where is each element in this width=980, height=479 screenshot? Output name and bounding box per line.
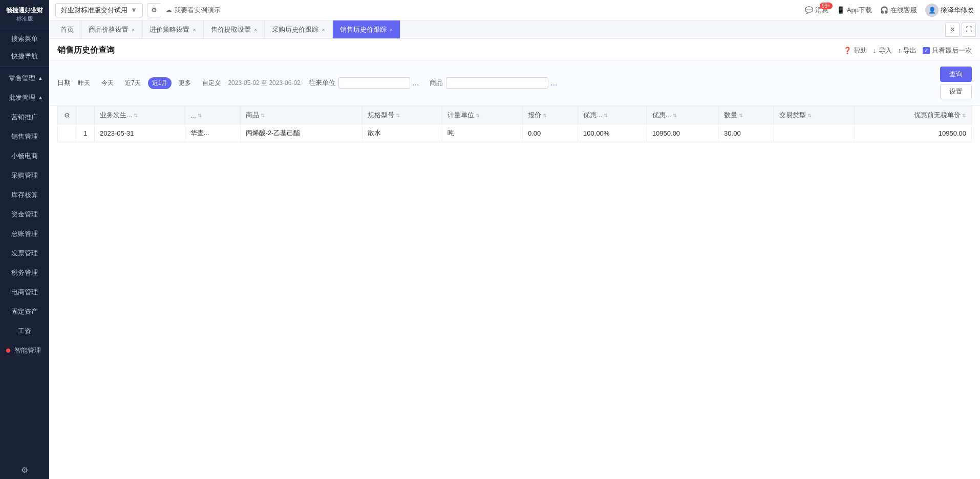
col-unit[interactable]: 计量单位 ⇅ <box>442 106 523 124</box>
tab-product-price-close-icon[interactable]: × <box>132 27 135 33</box>
col-biz-date-label: 业务发生... <box>100 111 132 120</box>
close-window-button[interactable]: ✕ <box>945 23 960 37</box>
date-today-btn[interactable]: 今天 <box>97 77 118 89</box>
chevron-down-icon: ▼ <box>131 6 137 14</box>
sidebar-item-finance-label: 资金管理 <box>6 210 43 219</box>
sidebar-item-invoice[interactable]: 发票管理 <box>0 244 49 263</box>
topbar-gear-button[interactable]: ⚙ <box>147 3 161 17</box>
row-product-cell: 丙烯酸-2-乙基己酯 <box>240 124 362 142</box>
col-discount-val[interactable]: 优惠... ⇅ <box>647 106 718 124</box>
source-input-wrap: … <box>338 77 421 89</box>
settings-gear-icon[interactable]: ⚙ <box>21 465 28 475</box>
retail-arrow-icon: ▲ <box>38 75 43 81</box>
sidebar-item-wholesale[interactable]: 批发管理 ▲ <box>0 88 49 107</box>
col-qty[interactable]: 数量 ⇅ <box>719 106 774 124</box>
col-product-label: 商品 <box>246 111 259 120</box>
sidebar-item-assets[interactable]: 固定资产 <box>0 302 49 321</box>
tab-home-label: 首页 <box>60 25 74 34</box>
source-picker-btn[interactable]: … <box>410 79 421 87</box>
settings-button[interactable]: 设置 <box>940 84 972 99</box>
only-last-checkbox[interactable]: ✓ 只看最后一次 <box>923 46 972 55</box>
sidebar-item-invoice-label: 发票管理 <box>6 249 43 258</box>
sidebar-item-finance[interactable]: 资金管理 <box>0 205 49 224</box>
import-button[interactable]: ↓ 导入 <box>873 46 892 55</box>
table-wrap: ⚙ 业务发生... ⇅ ... ⇅ <box>49 106 980 142</box>
product-input-wrap: … <box>446 77 560 89</box>
quick-nav-btn[interactable]: 快捷导航 <box>0 49 49 64</box>
row-biz-date-cell: 2023-05-31 <box>95 124 185 142</box>
help-icon: ❓ <box>843 47 851 54</box>
tab-purchase-strategy-close-icon[interactable]: × <box>193 27 196 33</box>
product-input[interactable] <box>446 77 548 89</box>
search-menu-btn[interactable]: 搜索菜单 <box>0 29 49 49</box>
col-pretax-price[interactable]: 优惠前无税单价 ⇅ <box>854 106 971 124</box>
source-input[interactable] <box>338 77 410 89</box>
headset-icon: 🎧 <box>880 6 888 14</box>
sidebar-item-retail[interactable]: 零售管理 ▲ <box>0 69 49 88</box>
tab-purchase-history[interactable]: 采购历史价跟踪 × <box>265 20 332 39</box>
col-price[interactable]: 报价 ⇅ <box>522 106 578 124</box>
sidebar-item-ai[interactable]: 智能管理 <box>0 341 49 360</box>
sidebar-logo: 畅捷通好业财 标准版 <box>0 0 49 29</box>
message-button[interactable]: 💬 消息 99+ <box>805 6 828 15</box>
date-custom-btn[interactable]: 自定义 <box>198 77 225 89</box>
col-unit-sort: 计量单位 ⇅ <box>448 111 480 120</box>
message-icon: 💬 <box>805 6 813 14</box>
date-yesterday-btn[interactable]: 昨天 <box>74 77 94 89</box>
sidebar-item-purchase[interactable]: 采购管理 <box>0 166 49 185</box>
row-unit-cell: 吨 <box>442 124 523 142</box>
table-header-row: ⚙ 业务发生... ⇅ ... ⇅ <box>58 106 972 124</box>
tab-home[interactable]: 首页 <box>53 20 81 39</box>
col-gear[interactable]: ⚙ <box>58 106 76 124</box>
col-product[interactable]: 商品 ⇅ <box>240 106 362 124</box>
col-product-sort: 商品 ⇅ <box>246 111 265 120</box>
query-button[interactable]: 查询 <box>940 67 972 82</box>
app-selector[interactable]: 好业财标准版交付试用 ▼ <box>55 3 143 17</box>
checkbox-checked-icon: ✓ <box>923 47 930 54</box>
tab-sales-history-close-icon[interactable]: × <box>390 27 393 33</box>
sidebar-item-salary[interactable]: 工资 <box>0 321 49 341</box>
col-biz-date[interactable]: 业务发生... ⇅ <box>95 106 185 124</box>
data-table: ⚙ 业务发生... ⇅ ... ⇅ <box>57 106 972 142</box>
tab-price-extract[interactable]: 售价提取设置 × <box>204 20 265 39</box>
col-trans-type[interactable]: 交易类型 ⇅ <box>774 106 855 124</box>
gear-icon: ⚙ <box>151 6 157 14</box>
only-last-label: 只看最后一次 <box>932 46 972 55</box>
col-spec-sort: 规格型号 ⇅ <box>368 111 400 120</box>
tab-price-extract-close-icon[interactable]: × <box>254 27 257 33</box>
col-spec-label: 规格型号 <box>368 111 394 120</box>
online-service-button[interactable]: 🎧 在线客服 <box>880 6 917 15</box>
export-button[interactable]: ↑ 导出 <box>898 46 917 55</box>
col-pretax-price-label: 优惠前无税单价 <box>914 111 961 120</box>
expand-window-button[interactable]: ⛶ <box>962 23 976 37</box>
demo-button[interactable]: ☁ 我要看实例演示 <box>165 6 221 15</box>
col-price-label: 报价 <box>528 111 541 120</box>
sidebar-item-purchase-label: 采购管理 <box>6 171 43 180</box>
app-download-button[interactable]: 📱 App下载 <box>837 6 872 15</box>
col-spec[interactable]: 规格型号 ⇅ <box>362 106 442 124</box>
date-7days-btn[interactable]: 近7天 <box>121 77 145 89</box>
date-more-btn[interactable]: 更多 <box>175 77 195 89</box>
user-menu[interactable]: 👤 徐泽华修改 <box>925 4 974 17</box>
tab-sales-history[interactable]: 销售历史价跟踪 × <box>333 20 400 39</box>
sidebar-item-ecommerce-small[interactable]: 小畅电商 <box>0 146 49 166</box>
sidebar-item-inventory[interactable]: 库存核算 <box>0 185 49 205</box>
sidebar-item-ecommerce[interactable]: 电商管理 <box>0 282 49 302</box>
sidebar-divider-1 <box>0 66 49 67</box>
sidebar-item-marketing-label: 营销推广 <box>6 113 43 122</box>
sidebar-item-ledger[interactable]: 总账管理 <box>0 224 49 244</box>
col-extra[interactable]: ... ⇅ <box>185 106 240 124</box>
sidebar-item-tax[interactable]: 税务管理 <box>0 263 49 282</box>
tab-purchase-history-close-icon[interactable]: × <box>322 27 325 33</box>
col-discount-pct[interactable]: 优惠... ⇅ <box>578 106 647 124</box>
tab-product-price[interactable]: 商品价格设置 × <box>81 20 142 39</box>
col-index <box>76 106 95 124</box>
product-picker-btn[interactable]: … <box>548 79 560 87</box>
sidebar-item-ecommerce-small-label: 小畅电商 <box>6 151 43 161</box>
tab-purchase-strategy[interactable]: 进价策略设置 × <box>142 20 203 39</box>
sidebar-item-marketing[interactable]: 营销推广 <box>0 107 49 127</box>
message-badge: 99+ <box>820 3 833 9</box>
sidebar-item-sales[interactable]: 销售管理 <box>0 127 49 146</box>
date-1month-btn[interactable]: 近1月 <box>148 77 172 89</box>
help-button[interactable]: ❓ 帮助 <box>843 46 867 55</box>
